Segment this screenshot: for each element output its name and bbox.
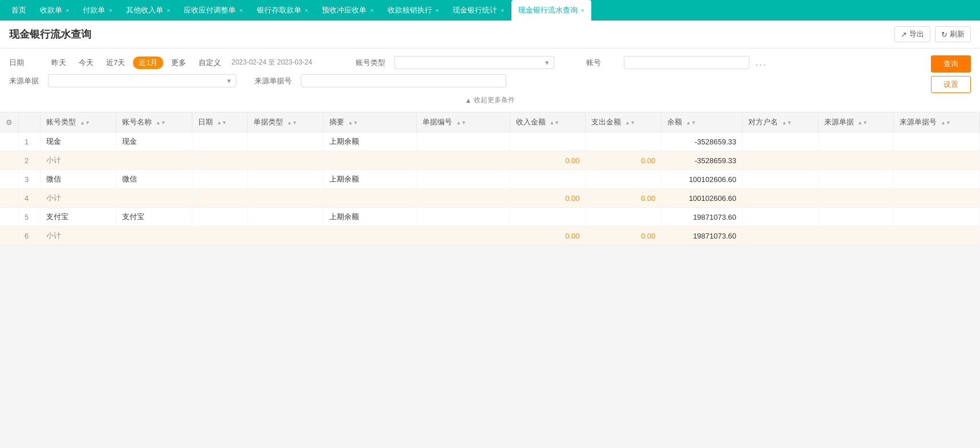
sort-expense-icon[interactable]: ▲▼ <box>625 120 635 126</box>
sort-doc-type-icon[interactable]: ▲▼ <box>287 120 297 126</box>
cell-doc-no-5 <box>417 227 510 245</box>
cell-counterparty-4 <box>743 208 818 227</box>
gear-icon[interactable]: ⚙ <box>6 118 13 127</box>
sort-income-icon[interactable]: ▲▼ <box>549 120 559 126</box>
cell-summary-5 <box>323 227 416 245</box>
date-opt-today[interactable]: 今天 <box>74 56 98 69</box>
nav-bank-deposit[interactable]: 银行存取款单 × <box>250 0 315 21</box>
cell-balance-1: -3528659.33 <box>662 151 743 170</box>
data-table-wrap: ⚙ 账号类型 ▲▼ 账号名称 ▲▼ 日期 ▲▼ 单据类型 ▲▼ <box>0 112 980 245</box>
col-account-name[interactable]: 账号名称 ▲▼ <box>116 112 192 132</box>
nav-prepay-offset[interactable]: 预收冲应收单 × <box>315 0 380 21</box>
sort-counterparty-icon[interactable]: ▲▼ <box>782 120 792 126</box>
date-opt-more[interactable]: 更多 <box>167 56 191 69</box>
export-button[interactable]: ↗ 导出 <box>894 26 930 42</box>
collapse-bar[interactable]: ▲ 收起更多条件 <box>9 93 971 107</box>
cell-source-doc-no-3 <box>894 189 980 208</box>
col-doc-no[interactable]: 单据编号 ▲▼ <box>417 112 510 132</box>
account-more-icon[interactable]: ... <box>752 55 771 70</box>
sort-source-doc-no-icon[interactable]: ▲▼ <box>941 120 951 126</box>
nav-prepay-offset-close[interactable]: × <box>370 0 373 21</box>
col-date[interactable]: 日期 ▲▼ <box>192 112 247 132</box>
cell-source-doc-no-0 <box>894 132 980 151</box>
col-counterparty[interactable]: 对方户名 ▲▼ <box>743 112 818 132</box>
settings-button[interactable]: 设置 <box>931 76 971 93</box>
cell-counterparty-1 <box>743 151 818 170</box>
cell-income-0 <box>510 132 586 151</box>
nav-cash-bank-flow-close[interactable]: × <box>581 0 584 21</box>
nav-collection-exec-close[interactable]: × <box>435 0 439 21</box>
cell-source-doc-3 <box>818 189 894 208</box>
col-gear: ⚙ <box>0 112 19 132</box>
nav-prepay-offset-label: 预收冲应收单 <box>322 0 366 21</box>
nav-receipt[interactable]: 收款单 × <box>33 0 76 21</box>
nav-other-income[interactable]: 其他收入单 × <box>119 0 177 21</box>
date-opt-custom[interactable]: 自定义 <box>194 56 225 69</box>
date-opt-1month[interactable]: 近1月 <box>133 56 163 69</box>
cell-num-4: 5 <box>19 208 41 227</box>
table-header-row: ⚙ 账号类型 ▲▼ 账号名称 ▲▼ 日期 ▲▼ 单据类型 ▲▼ <box>0 112 980 132</box>
nav-payment[interactable]: 付款单 × <box>76 0 119 21</box>
header-actions: ↗ 导出 ↻ 刷新 <box>894 26 971 42</box>
cell-date-2 <box>192 170 247 189</box>
col-income[interactable]: 收入金额 ▲▼ <box>510 112 586 132</box>
nav-cash-bank-flow-label: 现金银行流水查询 <box>518 0 578 21</box>
refresh-button[interactable]: ↻ 刷新 <box>935 26 971 42</box>
cell-expense-3: 0.00 <box>586 189 662 208</box>
cell-num-0: 1 <box>19 132 41 151</box>
collapse-label: 收起更多条件 <box>474 95 515 105</box>
nav-bank-deposit-close[interactable]: × <box>305 0 308 21</box>
cell-doc-type-4 <box>248 208 324 227</box>
cell-doc-type-1 <box>248 151 324 170</box>
cell-balance-4: 19871073.60 <box>662 208 743 227</box>
col-num <box>19 112 41 132</box>
cell-account-name-1 <box>116 151 192 170</box>
source-doc-no-input[interactable] <box>301 74 506 87</box>
cell-account-name-2: 微信 <box>116 170 192 189</box>
date-opt-yesterday[interactable]: 昨天 <box>47 56 71 69</box>
table-row: 2 小计 0.00 0.00 -3528659.33 <box>0 151 980 170</box>
nav-ar-ap-adjust-close[interactable]: × <box>239 0 243 21</box>
col-expense[interactable]: 支出金额 ▲▼ <box>586 112 662 132</box>
nav-ar-ap-adjust[interactable]: 应收应付调整单 × <box>177 0 249 21</box>
sort-summary-icon[interactable]: ▲▼ <box>348 120 358 126</box>
cell-balance-3: 100102606.60 <box>662 189 743 208</box>
col-source-doc[interactable]: 来源单据 ▲▼ <box>818 112 894 132</box>
nav-collection-exec[interactable]: 收款核销执行 × <box>381 0 446 21</box>
table-body: 1 现金 现金 上期余额 -3528659.33 2 小计 0.00 0.00 … <box>0 132 980 245</box>
col-account-type[interactable]: 账号类型 ▲▼ <box>41 112 116 132</box>
sort-balance-icon[interactable]: ▲▼ <box>686 120 696 126</box>
nav-cash-bank-stats[interactable]: 现金银行统计 × <box>446 0 511 21</box>
sort-date-icon[interactable]: ▲▼ <box>217 120 227 126</box>
nav-other-income-close[interactable]: × <box>167 0 170 21</box>
cell-counterparty-3 <box>743 189 818 208</box>
account-type-select[interactable]: ▾ <box>394 56 554 69</box>
col-source-doc-no[interactable]: 来源单据号 ▲▼ <box>894 112 980 132</box>
cell-gear-0 <box>0 132 19 151</box>
source-doc-select[interactable]: ▾ <box>48 74 236 87</box>
sort-account-name-icon[interactable]: ▲▼ <box>156 120 166 126</box>
nav-payment-close[interactable]: × <box>108 0 112 21</box>
col-summary[interactable]: 摘要 ▲▼ <box>323 112 416 132</box>
cell-gear-1 <box>0 151 19 170</box>
query-button[interactable]: 查询 <box>931 55 971 72</box>
col-doc-type[interactable]: 单据类型 ▲▼ <box>248 112 324 132</box>
table-row: 1 现金 现金 上期余额 -3528659.33 <box>0 132 980 151</box>
cell-doc-type-2 <box>248 170 324 189</box>
account-type-arrow-icon: ▾ <box>545 58 549 67</box>
nav-cash-bank-stats-close[interactable]: × <box>501 0 504 21</box>
date-opt-7days[interactable]: 近7天 <box>102 56 130 69</box>
cell-summary-1 <box>323 151 416 170</box>
col-balance[interactable]: 余额 ▲▼ <box>662 112 743 132</box>
table-row: 5 支付宝 支付宝 上期余额 19871073.60 <box>0 208 980 227</box>
sort-source-doc-icon[interactable]: ▲▼ <box>857 120 868 126</box>
nav-receipt-close[interactable]: × <box>66 0 69 21</box>
account-input[interactable] <box>624 56 749 69</box>
query-label: 查询 <box>943 59 958 68</box>
date-options: 昨天 今天 近7天 近1月 更多 自定义 2023-02-24 至 2023-0… <box>47 56 312 69</box>
top-navigation: 首页 收款单 × 付款单 × 其他收入单 × 应收应付调整单 × 银行存取款单 … <box>0 0 980 21</box>
sort-doc-no-icon[interactable]: ▲▼ <box>456 120 466 126</box>
sort-account-type-icon[interactable]: ▲▼ <box>80 120 90 126</box>
nav-cash-bank-flow[interactable]: 现金银行流水查询 × <box>511 0 591 21</box>
nav-home[interactable]: 首页 <box>5 0 33 21</box>
